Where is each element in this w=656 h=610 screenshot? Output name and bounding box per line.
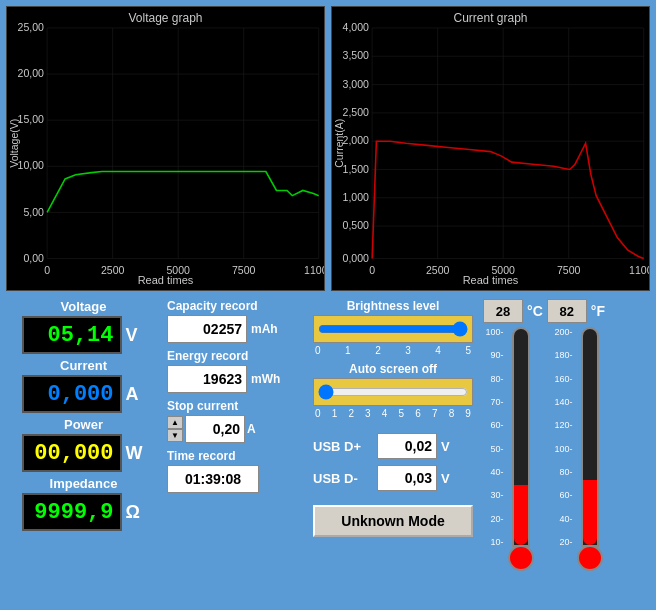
energy-input[interactable] bbox=[167, 365, 247, 393]
auto-screen-range[interactable] bbox=[318, 384, 468, 400]
impedance-display: 9999,9 bbox=[22, 493, 122, 531]
voltage-value: 05,14 bbox=[47, 323, 113, 348]
energy-record: Energy record mWh bbox=[167, 349, 307, 393]
bottom-panel: Voltage 05,14 V Current 0,000 A Power bbox=[0, 295, 656, 610]
fahrenheit-unit: °F bbox=[591, 303, 605, 319]
unknown-mode-button[interactable]: Unknown Mode bbox=[313, 505, 473, 537]
brightness-range[interactable] bbox=[318, 321, 468, 337]
power-meter: Power 00,000 W bbox=[6, 417, 161, 472]
svg-text:0,00: 0,00 bbox=[23, 252, 44, 264]
fahrenheit-input[interactable] bbox=[547, 299, 587, 323]
capacity-input[interactable] bbox=[167, 315, 247, 343]
usb-block: USB D+ V USB D- V bbox=[313, 433, 473, 491]
auto-screen-slider[interactable] bbox=[313, 378, 473, 406]
voltage-meter: Voltage 05,14 V bbox=[6, 299, 161, 354]
usb-dm-row: USB D- V bbox=[313, 465, 473, 491]
svg-text:0,500: 0,500 bbox=[343, 219, 370, 231]
voltage-label: Voltage bbox=[61, 299, 107, 314]
stop-current-block: Stop current ▲ ▼ A bbox=[167, 399, 307, 443]
voltage-chart-svg: 25,00 20,00 15,00 10,00 5,00 0,00 0 2500… bbox=[7, 7, 324, 290]
brightness-scale: 0 1 2 3 4 5 bbox=[313, 345, 473, 356]
svg-text:15,00: 15,00 bbox=[18, 113, 45, 125]
brightness-slider[interactable] bbox=[313, 315, 473, 343]
auto-screen-block: Auto screen off 0 1 2 3 4 5 6 7 8 9 bbox=[313, 362, 473, 419]
usb-dp-label: USB D+ bbox=[313, 439, 373, 454]
celsius-thermometer: 100- 90- 80- 70- 60- 50- 40- 30- 20- 10- bbox=[479, 327, 540, 606]
svg-text:10,00: 10,00 bbox=[18, 160, 45, 172]
usb-dm-label: USB D- bbox=[313, 471, 373, 486]
voltage-chart: Voltage graph 25,00 20,00 bbox=[6, 6, 325, 291]
usb-dm-unit: V bbox=[441, 471, 450, 486]
usb-dp-row: USB D+ V bbox=[313, 433, 473, 459]
stop-current-label: Stop current bbox=[167, 399, 307, 413]
spin-up-btn[interactable]: ▲ bbox=[167, 416, 183, 429]
voltage-chart-title: Voltage graph bbox=[7, 11, 324, 25]
energy-unit: mWh bbox=[251, 372, 280, 386]
power-unit: W bbox=[126, 443, 146, 464]
time-label: Time record bbox=[167, 449, 307, 463]
svg-text:20,00: 20,00 bbox=[18, 67, 45, 79]
thermometers-row: 100- 90- 80- 70- 60- 50- 40- 30- 20- 10- bbox=[479, 327, 609, 606]
energy-label: Energy record bbox=[167, 349, 307, 363]
current-meter-row: 0,000 A bbox=[22, 375, 146, 413]
usb-dp-input[interactable] bbox=[377, 433, 437, 459]
voltage-display: 05,14 bbox=[22, 316, 122, 354]
current-chart-title: Current graph bbox=[332, 11, 649, 25]
auto-screen-label: Auto screen off bbox=[313, 362, 473, 376]
charts-row: Voltage graph 25,00 20,00 bbox=[0, 0, 656, 295]
power-label: Power bbox=[64, 417, 103, 432]
celsius-bulb bbox=[508, 545, 534, 571]
celsius-tube bbox=[512, 327, 530, 547]
svg-text:2,500: 2,500 bbox=[343, 106, 370, 118]
voltage-chart-xlabel: Read times bbox=[7, 274, 324, 286]
meters-column: Voltage 05,14 V Current 0,000 A Power bbox=[6, 299, 161, 606]
current-value: 0,000 bbox=[47, 382, 113, 407]
current-chart-xlabel: Read times bbox=[332, 274, 649, 286]
fahrenheit-fill bbox=[583, 480, 597, 545]
capacity-label: Capacity record bbox=[167, 299, 307, 313]
capacity-unit: mAh bbox=[251, 322, 278, 336]
fahrenheit-tube bbox=[581, 327, 599, 547]
voltage-unit: V bbox=[126, 325, 146, 346]
current-chart-svg: 4,000 3,500 3,000 2,500 2,000 1,500 1,00… bbox=[332, 7, 649, 290]
stop-current-unit: A bbox=[247, 422, 256, 436]
brightness-block: Brightness level 0 1 2 3 4 5 bbox=[313, 299, 473, 356]
svg-text:5,00: 5,00 bbox=[23, 206, 44, 218]
power-meter-row: 00,000 W bbox=[22, 434, 146, 472]
usb-dp-unit: V bbox=[441, 439, 450, 454]
stop-current-input[interactable] bbox=[185, 415, 245, 443]
fahrenheit-thermo-scale-row: 200- 180- 160- 140- 120- 100- 80- 60- 40… bbox=[554, 327, 602, 571]
impedance-label: Impedance bbox=[50, 476, 118, 491]
celsius-fill bbox=[514, 485, 528, 545]
auto-screen-scale: 0 1 2 3 4 5 6 7 8 9 bbox=[313, 408, 473, 419]
svg-text:3,500: 3,500 bbox=[343, 49, 370, 61]
impedance-unit: Ω bbox=[126, 502, 146, 523]
voltage-meter-row: 05,14 V bbox=[22, 316, 146, 354]
current-unit: A bbox=[126, 384, 146, 405]
celsius-thermo-scale-row: 100- 90- 80- 70- 60- 50- 40- 30- 20- 10- bbox=[485, 327, 533, 571]
impedance-value: 9999,9 bbox=[34, 500, 113, 525]
current-meter: Current 0,000 A bbox=[6, 358, 161, 413]
svg-text:0,000: 0,000 bbox=[343, 252, 370, 264]
thermometers-column: °C °F 100- 90- 80- 70- 60- 50- 40- 30- bbox=[479, 299, 609, 606]
svg-text:Voltage(V): Voltage(V) bbox=[8, 119, 20, 168]
capacity-record: Capacity record mAh bbox=[167, 299, 307, 343]
celsius-scale: 100- 90- 80- 70- 60- 50- 40- 30- 20- 10- bbox=[485, 327, 503, 547]
impedance-meter: Impedance 9999,9 Ω bbox=[6, 476, 161, 531]
spin-down-btn[interactable]: ▼ bbox=[167, 429, 183, 442]
celsius-thermo-body bbox=[508, 327, 534, 571]
celsius-unit: °C bbox=[527, 303, 543, 319]
svg-text:1,500: 1,500 bbox=[343, 163, 370, 175]
svg-text:2,000: 2,000 bbox=[343, 134, 370, 146]
time-input[interactable] bbox=[167, 465, 259, 493]
usb-dm-input[interactable] bbox=[377, 465, 437, 491]
records-column: Capacity record mAh Energy record mWh St… bbox=[167, 299, 307, 606]
current-label: Current bbox=[60, 358, 107, 373]
current-display: 0,000 bbox=[22, 375, 122, 413]
power-value: 00,000 bbox=[34, 441, 113, 466]
fahrenheit-thermo-body bbox=[577, 327, 603, 571]
stop-current-spinner[interactable]: ▲ ▼ bbox=[167, 416, 183, 442]
celsius-input[interactable] bbox=[483, 299, 523, 323]
fahrenheit-thermometer: 200- 180- 160- 140- 120- 100- 80- 60- 40… bbox=[548, 327, 609, 606]
brightness-label: Brightness level bbox=[313, 299, 473, 313]
